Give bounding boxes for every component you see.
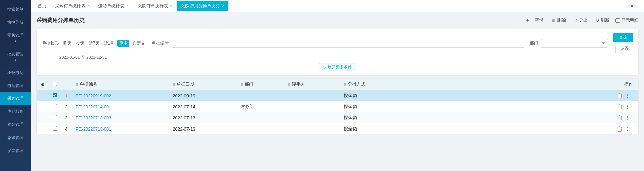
row-dept-cell: 财务部: [236, 101, 284, 112]
row-checkbox-cell: [49, 112, 61, 123]
row-docno-cell: PE-20220713-001: [72, 123, 169, 135]
tab-close-icon[interactable]: ×: [170, 4, 172, 8]
row-num-cell: 3: [61, 112, 72, 123]
date-range-text: 2022-01-01 至 2022-12-31: [59, 55, 107, 60]
tab-incoming-stats[interactable]: 进货单统计表×: [94, 1, 132, 11]
table-row[interactable]: 2 PE-20220714-001 2022-07-14 财务部 按金额 📋 ⋮…: [37, 101, 638, 112]
row-more-icon[interactable]: ⋮⋮: [625, 93, 634, 98]
col-date[interactable]: ⇅ 单据日期: [169, 79, 236, 90]
row-date-cell: 2022-07-14: [169, 101, 236, 112]
show-columns-checkbox[interactable]: [615, 18, 620, 23]
tab-close-icon[interactable]: ×: [88, 4, 90, 8]
docno-link[interactable]: PE-20220714-001: [76, 104, 111, 109]
custom-btn[interactable]: 自定义: [131, 40, 146, 47]
tab-purchase-cost-split[interactable]: 采购费用分摊单历史×: [177, 1, 228, 11]
maximize-icon[interactable]: ⛶: [637, 3, 641, 9]
tab-purchase-order-stats[interactable]: 采购订单统计表×: [51, 1, 94, 11]
sidebar-item-ecommerce-mgmt[interactable]: 电商管理: [0, 79, 31, 92]
docno-input[interactable]: [172, 39, 524, 48]
sidebar: 搜索菜单快捷导航零售管理▾批发管理▾小畅电商电商管理采购管理库存核算资金管理总账…: [0, 0, 31, 171]
row-more-icon[interactable]: ⋮⋮: [625, 115, 634, 120]
delete-icon: 🗑: [551, 18, 556, 23]
refresh-icon: ↺: [596, 18, 599, 23]
page-header: 采购费用分摊单历史 ＋ + 新增 🗑 删除 ↗ 导出 ↺ 刷新: [36, 16, 639, 25]
row-more-icon[interactable]: ⋮⋮: [625, 104, 634, 109]
row-dept-cell: [236, 112, 284, 123]
sidebar-item-mini-shop[interactable]: 小畅电商: [0, 66, 31, 79]
sidebar-item-wholesale-mgmt[interactable]: 批发管理▾: [0, 47, 31, 66]
row-num-cell: 2: [61, 101, 72, 112]
tab-home[interactable]: 首页: [34, 1, 50, 11]
row-view-icon[interactable]: 📋: [616, 104, 622, 109]
search-actions: 查询 设置: [613, 33, 633, 53]
sidebar-item-invoice-mgmt[interactable]: 发票管理: [0, 144, 31, 157]
col-docno[interactable]: ⇅ 单据编号: [72, 79, 169, 90]
row-settings-cell: [37, 101, 49, 112]
more-btn[interactable]: 更多: [117, 40, 129, 47]
select-all-checkbox[interactable]: [53, 82, 57, 86]
row-checkbox-1[interactable]: [53, 104, 57, 108]
col-settings[interactable]: ⚙: [37, 79, 49, 90]
col-handler[interactable]: ⇅ 经手人: [284, 79, 340, 90]
col-split-method[interactable]: ⇅ 分摊方式: [340, 79, 581, 90]
row-settings-cell: [37, 112, 49, 123]
row-handler-cell: [284, 112, 340, 123]
row-more-icon[interactable]: ⋮⋮: [625, 126, 634, 132]
add-button[interactable]: ＋ + 新增: [523, 16, 545, 25]
docno-link[interactable]: PE-20220713-001: [76, 126, 111, 132]
last1month-btn[interactable]: 近1月: [103, 40, 116, 47]
docno-label: 单据编号: [152, 40, 169, 46]
export-button[interactable]: ↗ 导出: [572, 16, 590, 25]
refresh-button[interactable]: ↺ 刷新: [594, 16, 611, 25]
delete-button[interactable]: 🗑 删除: [549, 16, 568, 25]
close-window-icon[interactable]: ✕: [630, 3, 634, 9]
row-checkbox-0[interactable]: [53, 93, 57, 97]
row-checkbox-3[interactable]: [53, 126, 57, 131]
handler-sort-icon: ⇅: [288, 83, 290, 86]
table-row[interactable]: 4 PE-20220713-001 2022-07-13 按金额 📋 ⋮⋮: [37, 123, 638, 135]
last7days-btn[interactable]: 近7天: [88, 40, 101, 47]
show-columns-toggle[interactable]: 显示明细: [615, 17, 639, 23]
tab-close-icon[interactable]: ×: [126, 4, 128, 8]
tab-purchase-order-exec[interactable]: 采购订单执行表×: [133, 1, 176, 11]
row-split-cell: 按金额: [340, 101, 581, 112]
row-actions-cell: 📋 ⋮⋮: [581, 90, 638, 101]
dept-select[interactable]: 财务部: [541, 39, 608, 48]
row-view-icon[interactable]: 📋: [616, 115, 622, 120]
row-handler-cell: [284, 90, 340, 101]
sidebar-item-purchase-mgmt[interactable]: 采购管理: [0, 92, 31, 105]
page-title: 采购费用分摊单历史: [36, 17, 85, 24]
sidebar-item-inventory[interactable]: 库存核算: [0, 105, 31, 118]
sidebar-item-quick-nav[interactable]: 快捷导航: [0, 16, 31, 29]
sidebar-item-retail-mgmt[interactable]: 零售管理▾: [0, 29, 31, 48]
sidebar-item-finance-mgmt[interactable]: 资金管理: [0, 118, 31, 131]
docno-link[interactable]: PE-20220919-002: [76, 93, 111, 98]
add-icon: ＋: [525, 17, 530, 23]
yesterday-btn[interactable]: 昨天: [62, 40, 73, 47]
row-view-icon[interactable]: 📋: [616, 126, 622, 132]
row-checkbox-cell: [49, 101, 61, 112]
today-btn[interactable]: 今天: [75, 40, 86, 47]
row-view-icon[interactable]: 📋: [616, 93, 622, 98]
sidebar-item-ledger-mgmt[interactable]: 总账管理: [0, 131, 31, 144]
date-label: 单据日期: [42, 40, 59, 46]
row-date-cell: 2022-07-13: [169, 123, 236, 135]
sidebar-item-search-menu[interactable]: 搜索菜单: [0, 3, 31, 16]
table-row[interactable]: 1 PE-20220919-002 2022-09-19 按金额 📋 ⋮⋮: [37, 90, 638, 101]
table-settings-icon[interactable]: ⚙: [41, 82, 45, 87]
tab-close-icon[interactable]: ×: [222, 4, 224, 8]
docno-link[interactable]: PE-20220713-003: [76, 115, 111, 120]
row-split-cell: 按金额: [340, 112, 581, 123]
expand-button[interactable]: ▽ 展开更多条件: [319, 63, 356, 71]
arrow-icon: ▾: [15, 58, 16, 62]
query-button[interactable]: 查询: [613, 33, 633, 42]
search-row: 单据日期 昨天 今天 近7天 近1月 更多 自定义 单据编号: [42, 33, 633, 53]
arrow-icon: ▾: [15, 39, 16, 43]
settings-button[interactable]: 设置: [615, 44, 633, 53]
docno-field: 单据编号: [152, 39, 524, 48]
dept-label: 部门: [530, 40, 538, 46]
table-row[interactable]: 3 PE-20220713-003 2022-07-13 按金额 📋 ⋮⋮: [37, 112, 638, 123]
row-checkbox-2[interactable]: [53, 115, 57, 119]
chevron-down-icon: ▽: [323, 65, 326, 70]
col-dept[interactable]: ⇅ 部门: [236, 79, 284, 90]
